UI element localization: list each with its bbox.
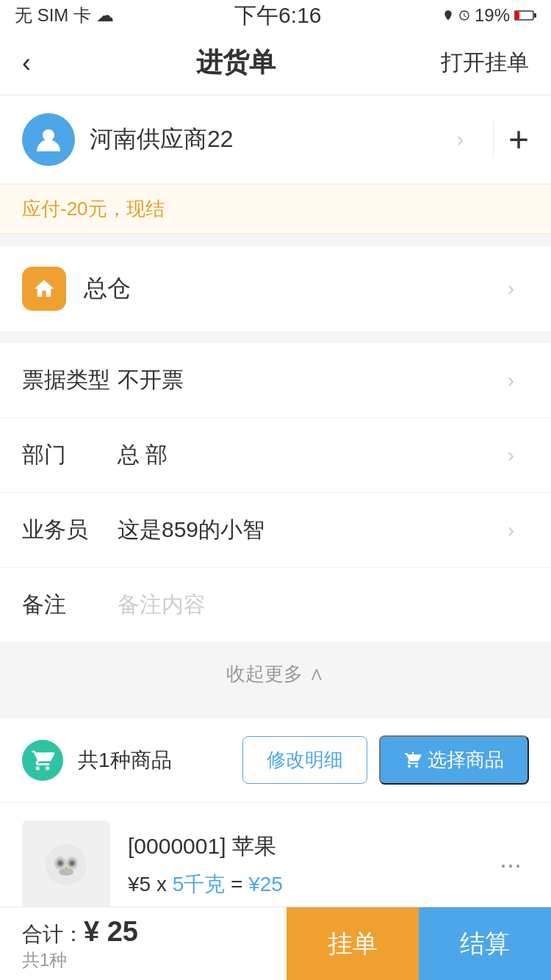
warehouse-icon-bg bbox=[22, 267, 66, 311]
hang-label: 挂单 bbox=[328, 927, 378, 961]
owl-logo bbox=[44, 843, 88, 887]
person-icon bbox=[34, 125, 63, 154]
sim-status: 无 SIM 卡 ☁ bbox=[15, 4, 114, 27]
svg-rect-2 bbox=[534, 13, 536, 18]
status-bar: 无 SIM 卡 ☁ 下午6:16 19% bbox=[0, 0, 551, 31]
supplier-avatar bbox=[22, 113, 75, 166]
warehouse-name: 总仓 bbox=[84, 273, 508, 305]
svg-point-3 bbox=[43, 129, 54, 141]
hang-button[interactable]: 挂单 bbox=[287, 907, 419, 981]
status-right: 19% bbox=[442, 5, 536, 26]
total-amount: 合计：¥ 25 bbox=[22, 916, 264, 948]
svg-rect-1 bbox=[515, 12, 519, 19]
remark-row[interactable]: 备注 备注内容 bbox=[0, 568, 551, 642]
back-button[interactable]: ‹ bbox=[22, 48, 31, 79]
product-price: ¥5 x 5千克 = ¥25 bbox=[128, 871, 492, 898]
products-section: 共1种商品 修改明细 选择商品 bbox=[0, 718, 551, 926]
warehouse-chevron-icon: › bbox=[508, 277, 514, 300]
sales-chevron-icon: › bbox=[508, 519, 514, 542]
product-name: [0000001] 苹果 bbox=[128, 832, 492, 862]
svg-point-10 bbox=[71, 862, 74, 865]
total-price: ¥25 bbox=[248, 873, 283, 896]
remark-placeholder[interactable]: 备注内容 bbox=[118, 590, 529, 620]
battery-text: 19% bbox=[475, 5, 510, 26]
total-value: ¥ 25 bbox=[84, 916, 138, 947]
svg-point-4 bbox=[46, 844, 87, 885]
total-label: 合计： bbox=[22, 923, 84, 945]
invoice-value: 不开票 bbox=[118, 365, 508, 395]
bottom-bar: 合计：¥ 25 共1种 挂单 结算 bbox=[0, 907, 551, 980]
collapse-text: 收起更多 ∧ bbox=[226, 663, 324, 685]
edit-detail-button[interactable]: 修改明细 bbox=[242, 736, 367, 784]
battery-icon bbox=[514, 10, 536, 21]
add-supplier-button[interactable]: + bbox=[508, 122, 529, 157]
products-icon-bg bbox=[22, 740, 63, 781]
sales-row[interactable]: 业务员 这是859的小智 › bbox=[0, 493, 551, 568]
checkout-label: 结算 bbox=[460, 927, 510, 961]
status-time: 下午6:16 bbox=[234, 1, 321, 31]
products-header: 共1种商品 修改明细 选择商品 bbox=[0, 718, 551, 803]
alarm-icon bbox=[458, 10, 470, 21]
location-icon bbox=[442, 10, 454, 21]
unit-price: ¥5 x bbox=[128, 873, 173, 896]
svg-point-11 bbox=[59, 868, 73, 876]
dept-value: 总 部 bbox=[118, 440, 508, 470]
products-count: 共1种商品 bbox=[78, 746, 242, 774]
page-title: 进货单 bbox=[196, 45, 276, 81]
cart-add-icon bbox=[404, 752, 422, 769]
product-more-button[interactable]: ··· bbox=[492, 842, 529, 887]
remark-label: 备注 bbox=[22, 590, 118, 620]
sales-label: 业务员 bbox=[22, 515, 118, 545]
checkout-button[interactable]: 结算 bbox=[419, 907, 551, 981]
nav-bar: ‹ 进货单 打开挂单 bbox=[0, 31, 551, 96]
select-product-button[interactable]: 选择商品 bbox=[379, 735, 529, 785]
product-title: 苹果 bbox=[232, 834, 276, 858]
equals: = bbox=[225, 873, 248, 896]
invoice-type-row[interactable]: 票据类型 不开票 › bbox=[0, 343, 551, 418]
home-icon bbox=[32, 277, 56, 300]
product-info: [0000001] 苹果 ¥5 x 5千克 = ¥25 bbox=[128, 832, 492, 898]
product-code: [0000001] bbox=[128, 834, 232, 858]
svg-point-9 bbox=[59, 862, 62, 865]
dept-row[interactable]: 部门 总 部 › bbox=[0, 418, 551, 493]
select-product-label: 选择商品 bbox=[428, 747, 504, 773]
supplier-name: 河南供应商22 bbox=[90, 123, 457, 156]
total-section: 合计：¥ 25 共1种 bbox=[0, 916, 287, 972]
supplier-chevron-icon: › bbox=[457, 128, 464, 151]
warning-banner: 应付-20元，现结 bbox=[0, 184, 551, 234]
quantity: 5千克 bbox=[173, 873, 226, 896]
dept-chevron-icon: › bbox=[508, 444, 514, 467]
open-pending-button[interactable]: 打开挂单 bbox=[441, 48, 529, 78]
divider bbox=[493, 121, 494, 158]
cart-icon bbox=[31, 749, 54, 772]
dept-label: 部门 bbox=[22, 440, 118, 470]
supplier-section: 河南供应商22 › + 应付-20元，现结 bbox=[0, 96, 551, 234]
warehouse-row[interactable]: 总仓 › bbox=[0, 246, 551, 331]
collapse-row[interactable]: 收起更多 ∧ bbox=[0, 642, 551, 706]
main-content: 河南供应商22 › + 应付-20元，现结 总仓 › 票据类型 不开票 › 部门… bbox=[0, 96, 551, 980]
status-left: 无 SIM 卡 ☁ bbox=[15, 4, 114, 27]
supplier-row[interactable]: 河南供应商22 › + bbox=[0, 96, 551, 184]
product-thumbnail bbox=[22, 821, 110, 909]
sales-value: 这是859的小智 bbox=[118, 515, 508, 545]
warning-text: 应付-20元，现结 bbox=[22, 198, 165, 220]
invoice-chevron-icon: › bbox=[508, 369, 514, 392]
invoice-label: 票据类型 bbox=[22, 365, 118, 395]
form-section: 票据类型 不开票 › 部门 总 部 › 业务员 这是859的小智 › 备注 备注… bbox=[0, 343, 551, 642]
total-count: 共1种 bbox=[22, 948, 264, 972]
